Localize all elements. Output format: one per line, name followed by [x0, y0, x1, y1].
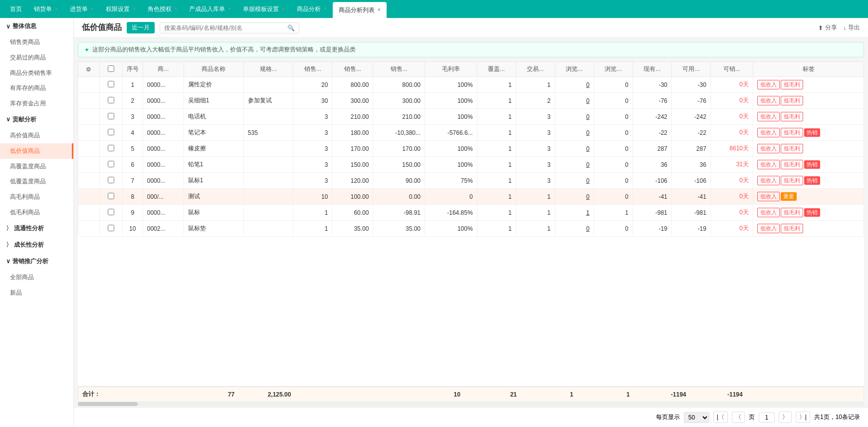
nav-permissions[interactable]: 权限设置 × [100, 0, 142, 18]
nav-role-auth[interactable]: 角色授权 × [142, 0, 184, 18]
sidebar-item-stock-capital[interactable]: 库存资金占用 [0, 96, 73, 111]
nav-product-inbound[interactable]: 产成品入库单 × [183, 0, 237, 18]
cell-code: 0000... [143, 141, 184, 157]
row-checkbox[interactable] [108, 113, 114, 119]
row-checkbox[interactable] [108, 145, 114, 151]
last-page-button[interactable]: 〉| [796, 412, 810, 423]
chevron-right-icon: 〉 [6, 241, 12, 249]
sidebar-group-overview[interactable]: ∨ 整体信息 [0, 18, 73, 34]
sidebar-item-sales-products[interactable]: 销售类商品 [0, 34, 73, 50]
col-settings[interactable]: ⚙ [78, 62, 100, 77]
sidebar-item-high-value[interactable]: 高价值商品 [0, 128, 73, 143]
nav-template-settings[interactable]: 单据模板设置 × [237, 0, 291, 18]
cell-tags: 低收入低毛利 [753, 109, 864, 125]
cell-checkbox [99, 205, 122, 221]
cell-qty: 3 [293, 109, 332, 125]
sidebar-group-circulation[interactable]: 〉 流通性分析 [0, 220, 73, 237]
sidebar-item-low-margin[interactable]: 低毛利商品 [0, 205, 73, 220]
cell-browse1[interactable]: 1 [555, 205, 594, 221]
row-checkbox[interactable] [108, 97, 114, 103]
sidebar-item-high-margin[interactable]: 高毛利商品 [0, 189, 73, 205]
close-icon[interactable]: × [228, 0, 231, 18]
cell-name: 铅笔1 [184, 157, 243, 173]
nav-product-analysis[interactable]: 商品分析 × [291, 0, 333, 18]
tag-label: 低收入 [757, 160, 780, 169]
sidebar-item-low-coverage[interactable]: 低覆盖度商品 [0, 174, 73, 189]
footer-gross [352, 391, 408, 398]
cell-avail: -242 [671, 109, 710, 125]
col-sale1: 销售... [332, 62, 373, 77]
close-icon[interactable]: × [282, 0, 285, 18]
cell-trade: 3 [516, 109, 555, 125]
sidebar-item-all-products[interactable]: 全部商品 [0, 270, 73, 285]
sidebar-group-growth[interactable]: 〉 成长性分析 [0, 237, 73, 253]
tag-label: 低收入 [757, 80, 780, 89]
row-checkbox[interactable] [108, 177, 114, 183]
gear-icon[interactable]: ⚙ [86, 66, 91, 73]
cell-browse1[interactable]: 0 [555, 109, 594, 125]
tag-label: 低毛利 [781, 112, 803, 121]
filter-recent-month-button[interactable]: 近一月 [127, 22, 155, 33]
cell-tags: 低收入低毛利 [753, 93, 864, 109]
sidebar-item-high-coverage[interactable]: 高覆盖度商品 [0, 159, 73, 174]
cell-browse1[interactable]: 0 [555, 221, 594, 237]
tag-hot: 热销 [804, 176, 820, 185]
row-checkbox[interactable] [108, 129, 114, 135]
share-button[interactable]: ⬆ 分享 [818, 23, 837, 32]
sidebar-item-category-sales-rate[interactable]: 商品分类销售率 [0, 65, 73, 81]
cell-code: 0000... [143, 77, 184, 93]
next-page-button[interactable]: 〉 [779, 412, 792, 423]
page-number-input[interactable] [759, 413, 775, 423]
cell-empty [78, 141, 100, 157]
cell-trade: 1 [516, 77, 555, 93]
nav-home[interactable]: 首页 [4, 0, 28, 18]
cell-sale1: 60.00 [332, 205, 373, 221]
row-checkbox[interactable] [108, 209, 114, 215]
cell-sale2: 800.00 [373, 77, 425, 93]
nav-sales-order[interactable]: 销货单 × [28, 0, 64, 18]
info-icon: ✦ [84, 46, 89, 53]
close-icon[interactable]: × [175, 0, 178, 18]
sidebar-group-marketing[interactable]: ∨ 营销推广分析 [0, 253, 73, 270]
row-checkbox[interactable] [108, 161, 114, 167]
cell-browse1[interactable]: 0 [555, 189, 594, 205]
cell-days: 0天 [710, 221, 753, 237]
select-all-checkbox[interactable] [108, 65, 114, 72]
cell-sale1: 170.00 [332, 141, 373, 157]
cell-empty [78, 157, 100, 173]
row-checkbox[interactable] [108, 225, 114, 231]
close-icon[interactable]: × [378, 2, 381, 18]
sidebar-item-new-products[interactable]: 新品 [0, 285, 73, 301]
close-icon[interactable]: × [55, 0, 58, 18]
search-icon[interactable]: 🔍 [287, 24, 295, 31]
cell-avail: -19 [671, 221, 710, 237]
nav-purchase-order[interactable]: 进货单 × [64, 0, 100, 18]
row-checkbox[interactable] [108, 81, 114, 87]
sidebar-group-contribution[interactable]: ∨ 贡献分析 [0, 111, 73, 128]
cell-browse1[interactable]: 0 [555, 125, 594, 141]
cell-browse2: 0 [594, 77, 633, 93]
cell-browse1[interactable]: 0 [555, 157, 594, 173]
sidebar-item-traded-products[interactable]: 交易过的商品 [0, 50, 73, 65]
search-input[interactable] [164, 24, 284, 31]
cell-empty [78, 205, 100, 221]
sidebar-item-low-value[interactable]: 低价值商品 [0, 143, 73, 159]
cell-browse1[interactable]: 0 [555, 77, 594, 93]
close-icon[interactable]: × [133, 0, 136, 18]
sidebar-item-stocked-products[interactable]: 有库存的商品 [0, 80, 73, 96]
cell-browse1[interactable]: 0 [555, 93, 594, 109]
cell-browse1[interactable]: 0 [555, 173, 594, 189]
horizontal-scrollbar[interactable] [78, 402, 864, 406]
cell-code: 0000... [143, 93, 184, 109]
prev-page-button[interactable]: 〈 [732, 412, 745, 423]
close-icon[interactable]: × [324, 0, 327, 18]
days-value: 0天 [739, 225, 749, 232]
per-page-select[interactable]: 50 100 200 [684, 412, 709, 423]
scrollbar-thumb[interactable] [78, 402, 138, 406]
row-checkbox[interactable] [108, 193, 114, 199]
export-button[interactable]: ↓ 导出 [843, 23, 860, 32]
first-page-button[interactable]: |〈 [713, 412, 728, 423]
nav-product-analysis-list[interactable]: 商品分析列表 × [333, 2, 387, 18]
cell-browse1[interactable]: 0 [555, 141, 594, 157]
close-icon[interactable]: × [91, 0, 94, 18]
